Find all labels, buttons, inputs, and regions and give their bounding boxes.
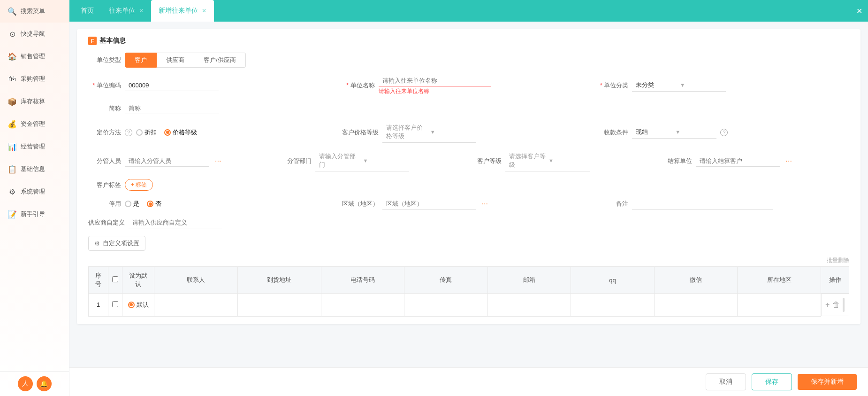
row-region-input[interactable]: [741, 301, 817, 308]
sidebar-item-basic[interactable]: 📋 基础信息: [0, 158, 69, 180]
tab-home[interactable]: 首页: [73, 0, 101, 22]
select-all-checkbox[interactable]: [112, 276, 118, 282]
short-name-label: 简称: [88, 104, 121, 113]
manager-more-icon[interactable]: ···: [213, 157, 223, 165]
unit-name-input[interactable]: [379, 75, 491, 86]
sidebar-item-guide[interactable]: 📝 新手引导: [0, 203, 69, 225]
sidebar-item-label: 经营管理: [21, 142, 45, 151]
close-all-tabs[interactable]: ✕: [856, 7, 862, 16]
row-email[interactable]: [487, 294, 571, 317]
sidebar-item-label: 销售管理: [21, 52, 45, 61]
department-group: 分管部门 请输入分管部门 ▼: [279, 150, 469, 171]
row-wechat[interactable]: [654, 294, 738, 317]
disabled-row: 停用 是 否 区域（地区） ···: [88, 198, 849, 210]
address-input[interactable]: [242, 301, 317, 308]
payment-terms-help-icon[interactable]: ?: [720, 129, 728, 136]
tab-partners-label: 往来单位: [109, 7, 135, 15]
phone-input[interactable]: [325, 301, 401, 308]
tab-new-partner[interactable]: 新增往来单位 ✕: [151, 0, 214, 22]
sidebar-item-search[interactable]: 🔍 搜索菜单: [0, 0, 69, 23]
save-new-button[interactable]: 保存并新增: [798, 374, 857, 390]
contact-input[interactable]: [158, 301, 234, 308]
row-delete-icon[interactable]: 🗑: [832, 301, 840, 309]
supplier-custom-input[interactable]: [129, 217, 222, 228]
row-region[interactable]: [738, 294, 821, 317]
tab-partners-close[interactable]: ✕: [139, 8, 144, 14]
settlement-unit-more-icon[interactable]: ···: [784, 157, 794, 165]
radio-discount-circle: [136, 129, 143, 136]
disabled-radio-group: 是 否: [125, 200, 161, 208]
wechat-input[interactable]: [658, 301, 734, 308]
qq-input[interactable]: [575, 301, 650, 308]
unit-type-customer[interactable]: 客户: [125, 53, 157, 68]
unit-category-label: 单位分类: [595, 81, 628, 90]
unit-name-group: 单位名称 请输入往来单位名称: [342, 75, 596, 95]
customer-level-placeholder: 请选择客户等级: [509, 152, 547, 169]
add-tag-button[interactable]: + 标签: [125, 179, 153, 191]
row-fax[interactable]: [404, 294, 488, 317]
row-default-radio-circle: [128, 302, 135, 308]
settlement-unit-input[interactable]: [696, 155, 780, 167]
manager-input[interactable]: [125, 155, 209, 167]
sidebar-bell-icon[interactable]: 🔔: [37, 376, 52, 391]
sidebar-item-sales[interactable]: 🏠 销售管理: [0, 45, 69, 68]
sidebar-item-quicknav[interactable]: ⊙ 快捷导航: [0, 23, 69, 45]
remark-input[interactable]: [632, 198, 773, 210]
payment-terms-select[interactable]: 现结 ▼: [632, 126, 716, 139]
region-label: 区域（地区）: [342, 200, 379, 208]
unit-type-both[interactable]: 客户/供应商: [194, 53, 246, 68]
tab-new-partner-close[interactable]: ✕: [202, 8, 206, 14]
radio-no[interactable]: 否: [147, 200, 161, 208]
row-contact[interactable]: [154, 294, 238, 317]
fax-input[interactable]: [408, 301, 484, 308]
unit-category-select[interactable]: 未分类 ▼: [632, 79, 726, 92]
row-qq[interactable]: [571, 294, 655, 317]
row-select-checkbox[interactable]: [112, 301, 118, 307]
email-input[interactable]: [492, 301, 567, 308]
department-select[interactable]: 请输入分管部门 ▼: [315, 150, 409, 171]
sidebar-item-inventory[interactable]: 📦 库存核算: [0, 90, 69, 113]
unit-category-arrow: ▼: [680, 82, 722, 88]
col-checkbox: [108, 267, 122, 294]
main-area: 首页 往来单位 ✕ 新增往来单位 ✕ ✕ F 基本信息 单位类型: [69, 0, 868, 396]
radio-yes-circle: [125, 201, 131, 207]
radio-price-level-circle: [164, 129, 171, 136]
pricing-help-icon[interactable]: ?: [125, 129, 132, 136]
unit-code-input[interactable]: [125, 80, 219, 91]
sidebar-user-icon[interactable]: 人: [18, 376, 33, 391]
radio-price-level-label: 价格等级: [173, 128, 197, 137]
finance-icon: 💰: [8, 119, 17, 129]
row-phone[interactable]: [321, 294, 404, 317]
row-add-icon[interactable]: +: [825, 301, 830, 309]
radio-no-circle: [147, 201, 153, 207]
customize-settings-button[interactable]: ⚙ 自定义项设置: [88, 236, 145, 251]
payment-terms-group: 收款条件 现结 ▼ ?: [595, 126, 849, 139]
sidebar-item-operations[interactable]: 📊 经营管理: [0, 135, 69, 158]
sidebar-item-purchase[interactable]: 🛍 采购管理: [0, 68, 69, 90]
region-input[interactable]: [382, 198, 476, 210]
region-more-icon[interactable]: ···: [480, 200, 490, 208]
sidebar-item-system[interactable]: ⚙ 系统管理: [0, 180, 69, 203]
sidebar-item-finance[interactable]: 💰 资金管理: [0, 113, 69, 135]
save-button[interactable]: 保存: [752, 373, 792, 390]
row-default-radio[interactable]: 默认: [126, 301, 150, 309]
customer-price-level-select[interactable]: 请选择客户价格等级 ▼: [382, 122, 476, 143]
pricing-row: 定价方法 ? 折扣 价格等级 客户价格等级: [88, 122, 849, 143]
search-icon: 🔍: [8, 7, 17, 16]
customer-level-select[interactable]: 请选择客户等级 ▼: [505, 150, 590, 171]
radio-yes[interactable]: 是: [125, 200, 139, 208]
radio-price-level[interactable]: 价格等级: [164, 128, 197, 137]
cancel-button[interactable]: 取消: [706, 373, 746, 390]
tab-bar: 首页 往来单位 ✕ 新增往来单位 ✕ ✕: [69, 0, 868, 22]
purchase-icon: 🛍: [8, 74, 17, 84]
sidebar-item-label: 基础信息: [21, 165, 45, 173]
guide-icon: 📝: [8, 210, 17, 219]
row-address[interactable]: [237, 294, 321, 317]
radio-discount[interactable]: 折扣: [136, 128, 157, 137]
batch-delete-btn[interactable]: 批量删除: [88, 256, 849, 264]
short-name-input[interactable]: [125, 103, 219, 114]
tab-partners[interactable]: 往来单位 ✕: [101, 0, 151, 22]
customer-price-level-group: 客户价格等级 请选择客户价格等级 ▼: [342, 122, 596, 143]
col-index: 序号: [89, 267, 108, 294]
unit-type-supplier[interactable]: 供应商: [157, 53, 194, 68]
